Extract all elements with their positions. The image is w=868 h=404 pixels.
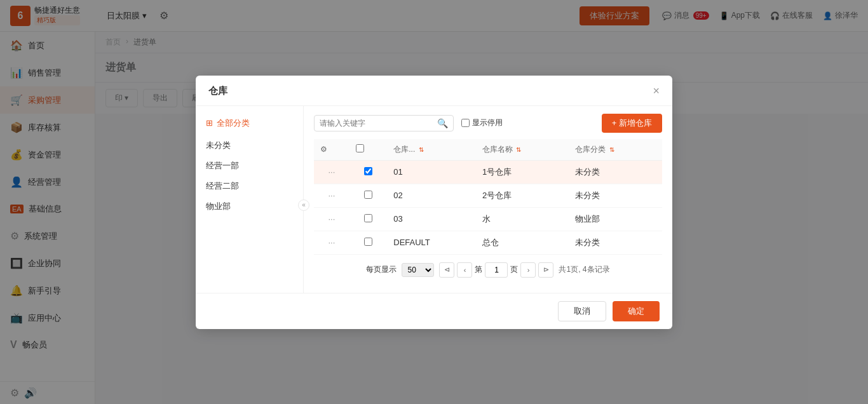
row-checkbox-cell[interactable] [349, 184, 387, 207]
search-box: 🔍 [314, 115, 454, 131]
search-input[interactable] [320, 119, 437, 128]
col-name[interactable]: 仓库名称 ⇅ [476, 139, 569, 161]
row-settings-cell[interactable]: ··· [314, 184, 349, 207]
row-checkbox[interactable] [364, 167, 372, 175]
row-code-cell: 03 [387, 207, 476, 231]
page-number-input[interactable] [485, 262, 508, 278]
row-name-cell: 2号仓库 [476, 184, 569, 207]
tree-header: ⊞ 全部分类 [196, 114, 303, 135]
row-category-cell: 未分类 [569, 160, 662, 184]
page-label: 第 [475, 264, 482, 275]
modal-overlay: 仓库 × ⊞ 全部分类 未分类 经营一部 经营二部 [0, 0, 868, 404]
gear-icon: ⚙ [320, 145, 327, 154]
sort-name-icon: ⇅ [516, 146, 521, 153]
pagination: 每页显示 50 10 20 100 ⊲ ‹ 第 [314, 255, 662, 285]
tree-collapse-button[interactable]: « [298, 199, 309, 211]
cancel-button[interactable]: 取消 [558, 301, 606, 321]
row-name-cell: 总仓 [476, 231, 569, 254]
tree-header-label: 全部分类 [217, 118, 250, 129]
prev-page-button[interactable]: ‹ [457, 262, 472, 278]
row-checkbox[interactable] [364, 191, 372, 199]
page-unit-label: 页 [510, 264, 518, 275]
row-category-cell: 未分类 [569, 231, 662, 254]
table-row[interactable]: ··· 02 2号仓库 未分类 [314, 184, 662, 207]
select-all-checkbox[interactable] [356, 144, 364, 152]
row-category-cell: 未分类 [569, 184, 662, 207]
tree-item-unclassified[interactable]: 未分类 [196, 135, 303, 156]
col-category[interactable]: 仓库分类 ⇅ [569, 139, 662, 161]
show-disabled-checkbox[interactable] [461, 119, 470, 127]
search-icon: 🔍 [437, 118, 448, 128]
row-name-cell: 1号仓库 [476, 160, 569, 184]
page-size-select[interactable]: 50 10 20 100 [402, 263, 434, 277]
table-panel: 🔍 显示停用 + 新增仓库 ⚙ 仓库. [304, 106, 672, 293]
table-row[interactable]: ··· DEFAULT 总仓 未分类 [314, 231, 662, 254]
table-row[interactable]: ··· 01 1号仓库 未分类 [314, 160, 662, 184]
row-settings-cell[interactable]: ··· [314, 231, 349, 254]
last-page-button[interactable]: ⊳ [538, 262, 553, 278]
tree-item-property[interactable]: 物业部 [196, 196, 303, 217]
modal-title: 仓库 [208, 85, 227, 97]
warehouse-table: ⚙ 仓库... ⇅ 仓库名称 ⇅ 仓库分类 [314, 139, 662, 255]
confirm-button[interactable]: 确定 [613, 301, 660, 321]
row-settings-cell[interactable]: ··· [314, 207, 349, 231]
col-settings[interactable]: ⚙ [314, 139, 349, 161]
row-checkbox[interactable] [364, 238, 372, 246]
page-size-label: 每页显示 [366, 264, 397, 275]
tree-item-dept2[interactable]: 经营二部 [196, 176, 303, 196]
next-page-button[interactable]: › [520, 262, 536, 278]
row-code-cell: 01 [387, 160, 476, 184]
modal-body: ⊞ 全部分类 未分类 经营一部 经营二部 物业部 « [196, 106, 672, 293]
row-code-cell: 02 [387, 184, 476, 207]
col-name-label: 仓库名称 [482, 145, 513, 154]
modal-header: 仓库 × [196, 76, 672, 106]
modal-footer: 取消 确定 [196, 293, 672, 329]
modal-close-button[interactable]: × [653, 84, 660, 98]
category-tree-panel: ⊞ 全部分类 未分类 经营一部 经营二部 物业部 « [196, 106, 304, 293]
warehouse-modal: 仓库 × ⊞ 全部分类 未分类 经营一部 经营二部 [196, 76, 672, 329]
sort-code-icon: ⇅ [419, 146, 424, 153]
row-checkbox[interactable] [364, 214, 372, 222]
row-category-cell: 物业部 [569, 207, 662, 231]
total-info: 共1页, 4条记录 [559, 264, 609, 275]
grid-icon: ⊞ [206, 118, 213, 128]
table-toolbar: 🔍 显示停用 + 新增仓库 [314, 114, 662, 133]
sort-cat-icon: ⇅ [609, 146, 614, 153]
page-size-dropdown[interactable]: 50 10 20 100 [402, 263, 434, 277]
tree-item-dept1[interactable]: 经营一部 [196, 156, 303, 176]
col-category-label: 仓库分类 [575, 145, 606, 154]
row-name-cell: 水 [476, 207, 569, 231]
show-disabled-toggle[interactable]: 显示停用 [461, 118, 503, 128]
row-checkbox-cell[interactable] [349, 160, 387, 184]
page-nav: ⊲ ‹ 第 页 › ⊳ [439, 262, 553, 278]
col-code[interactable]: 仓库... ⇅ [387, 139, 476, 161]
row-code-cell: DEFAULT [387, 231, 476, 254]
row-checkbox-cell[interactable] [349, 207, 387, 231]
first-page-button[interactable]: ⊲ [439, 262, 454, 278]
table-row[interactable]: ··· 03 水 物业部 [314, 207, 662, 231]
col-checkbox[interactable] [349, 139, 387, 161]
add-warehouse-button[interactable]: + 新增仓库 [602, 114, 662, 133]
show-disabled-label: 显示停用 [472, 118, 503, 128]
col-code-label: 仓库... [393, 145, 415, 154]
row-checkbox-cell[interactable] [349, 231, 387, 254]
row-settings-cell[interactable]: ··· [314, 160, 349, 184]
